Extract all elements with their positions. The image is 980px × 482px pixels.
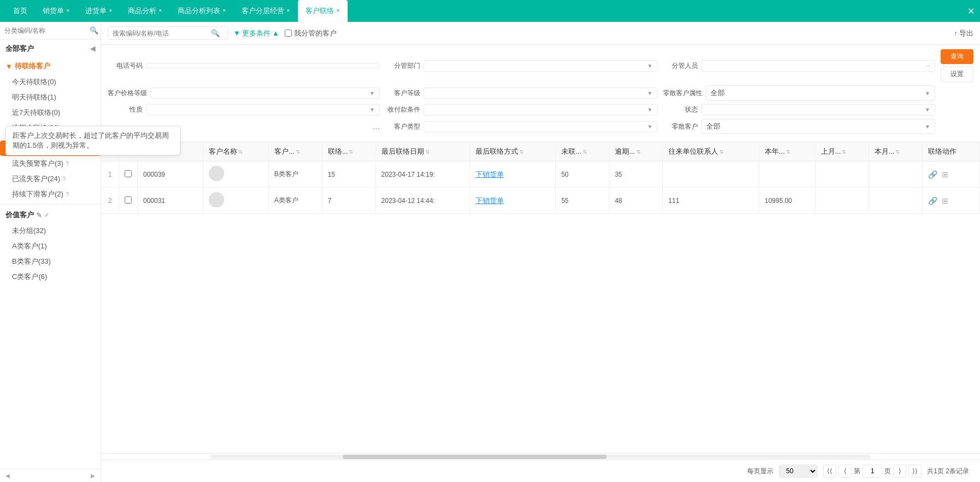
- td-lmonth-1: [815, 161, 868, 188]
- action-link-icon-1[interactable]: 🔗: [928, 170, 937, 179]
- th-last-month: 上月... ⇅: [815, 142, 868, 161]
- sidebar-bottom-left-arrow[interactable]: ◀: [5, 473, 10, 479]
- sort-icon-unit[interactable]: ⇅: [719, 149, 724, 155]
- sidebar-7day-pending[interactable]: 近7天待联络(0): [0, 105, 101, 120]
- nav-purchase[interactable]: 进货单 ✕: [78, 0, 120, 22]
- th-last-contact-method: 最后联络方式 ⇅: [470, 142, 555, 161]
- filter-customer-level-select[interactable]: ▼: [424, 88, 658, 99]
- page-input[interactable]: [862, 464, 882, 478]
- scrollbar-thumb[interactable]: [343, 455, 607, 459]
- nav-analysis-close[interactable]: ✕: [159, 0, 162, 22]
- sort-icon-lmonth[interactable]: ⇅: [842, 149, 846, 155]
- sidebar-bottom-right-arrow[interactable]: ▶: [91, 473, 95, 479]
- td-method-2[interactable]: 下销货单: [470, 188, 555, 214]
- sort-icon-year[interactable]: ⇅: [786, 149, 790, 155]
- sidebar: 🔍 全部客户 ◀ ▼ 待联络客户 今天待联络(0) 明天待联络(1) 近7天待联…: [0, 22, 101, 482]
- nav-customer-tier-close[interactable]: ✕: [286, 0, 290, 22]
- close-all-button[interactable]: ✕: [967, 6, 975, 16]
- sidebar-today-pending[interactable]: 今天待联络(0): [0, 74, 101, 90]
- lost-icon[interactable]: ?: [62, 176, 66, 182]
- nav-home[interactable]: 首页: [5, 0, 35, 22]
- sidebar-search-area: 🔍: [0, 22, 101, 39]
- td-method-1[interactable]: 下销货单: [470, 161, 555, 188]
- main-search-icon[interactable]: 🔍: [211, 29, 220, 37]
- sidebar-lost-customers[interactable]: 已流失客户(24) ?: [0, 171, 101, 187]
- sidebar-pending-contact-header[interactable]: ▼ 待联络客户: [0, 58, 101, 74]
- filter-retail-customer-label: 零散客户: [663, 122, 701, 131]
- action-icons-1: 🔗 ⊞: [928, 170, 975, 179]
- sidebar-class-a[interactable]: A类客户(1): [0, 239, 101, 254]
- sidebar-search-icon[interactable]: 🔍: [90, 26, 98, 34]
- filter-phone-input[interactable]: [146, 63, 380, 68]
- query-button[interactable]: 查询: [941, 49, 973, 64]
- first-page-button[interactable]: ⟨⟨: [823, 464, 836, 478]
- per-page-select[interactable]: 50 100: [779, 464, 818, 478]
- chevron-down-icon-3: ▼: [369, 90, 375, 96]
- filter-status-select[interactable]: ▼: [701, 104, 935, 115]
- horizontal-scrollbar[interactable]: [101, 453, 980, 460]
- main-search-input[interactable]: [113, 30, 211, 37]
- export-icon: ↑: [954, 29, 958, 37]
- sort-icon-name[interactable]: ⇅: [238, 149, 243, 155]
- sidebar-lost-potential[interactable]: 流失预警客户(3) ?: [0, 156, 101, 171]
- row-1-checkbox[interactable]: [125, 170, 132, 177]
- action-link-icon-2[interactable]: 🔗: [928, 196, 937, 205]
- nav-analysis-list-close[interactable]: ✕: [222, 0, 226, 22]
- sort-icon-method[interactable]: ⇅: [519, 149, 524, 155]
- nav-sales-close[interactable]: ✕: [66, 0, 70, 22]
- action-grid-icon-2[interactable]: ⊞: [942, 196, 948, 205]
- next-page-button[interactable]: ⟩: [893, 464, 906, 478]
- sidebar-search-input[interactable]: [4, 27, 86, 34]
- more-filter-button[interactable]: ▼ 更多条件 ▲: [233, 28, 279, 38]
- sidebar-continuous-decline[interactable]: 持续下滑客户(2) ?: [0, 187, 101, 202]
- sidebar-all-customers[interactable]: 全部客户 ◀: [0, 39, 101, 58]
- nav-customer-contact-close[interactable]: ✕: [336, 0, 340, 22]
- td-check-2: [119, 188, 138, 214]
- collapse-icon[interactable]: ◀: [90, 45, 95, 53]
- my-customer-checkbox[interactable]: 我分管的客户: [285, 28, 337, 38]
- td-unit-2: 111: [662, 188, 759, 214]
- prev-page-button[interactable]: ⟨: [838, 464, 852, 478]
- filter-price-level-select[interactable]: ▼: [150, 88, 380, 99]
- sort-icon-date[interactable]: ⇅: [425, 149, 430, 155]
- filter-payment-select[interactable]: ▼: [424, 104, 658, 115]
- sidebar-value-edit-icon[interactable]: ✎: [36, 211, 42, 219]
- th-uncontacted: 未联... ⇅: [555, 142, 609, 161]
- filter-nature-select[interactable]: ▼: [146, 104, 380, 115]
- sort-icon-type[interactable]: ⇅: [296, 149, 300, 155]
- sort-icon-month[interactable]: ⇅: [895, 149, 900, 155]
- settings-button[interactable]: 设置: [941, 66, 973, 82]
- filter-price-level: 客户价格等级 ▼: [108, 88, 380, 99]
- filter-customer-type-select[interactable]: ▼: [424, 121, 658, 132]
- sidebar-tomorrow-pending[interactable]: 明天待联络(1): [0, 90, 101, 105]
- lost-potential-icon[interactable]: ?: [66, 160, 69, 167]
- decline-icon[interactable]: ?: [66, 191, 69, 198]
- sidebar-class-b[interactable]: B类客户(33): [0, 254, 101, 269]
- sort-icon-uncontact[interactable]: ⇅: [583, 149, 587, 155]
- nav-purchase-close[interactable]: ✕: [109, 0, 113, 22]
- filter-dots[interactable]: ...: [373, 121, 380, 131]
- td-check-1: [119, 161, 138, 188]
- sidebar-ungraded[interactable]: 未分组(32): [0, 223, 101, 239]
- row-2-checkbox[interactable]: [125, 196, 132, 204]
- last-page-button[interactable]: ⟩⟩: [908, 464, 922, 478]
- nav-sales[interactable]: 销货单 ✕: [35, 0, 78, 22]
- filter-retail-customer-select[interactable]: 全部 ▼: [701, 119, 935, 134]
- td-year-1: [759, 161, 815, 188]
- chevron-up-icon: ▲: [272, 29, 279, 37]
- action-grid-icon-1[interactable]: ⊞: [942, 170, 948, 179]
- filter-phone: 电话号码: [108, 61, 380, 71]
- filter-retail-attr-select[interactable]: 全部 ▼: [706, 85, 935, 101]
- export-button[interactable]: ↑ 导出: [954, 28, 974, 38]
- nav-analysis-list[interactable]: 商品分析列表 ✕: [170, 0, 234, 22]
- my-customer-check-input[interactable]: [285, 30, 292, 37]
- sidebar-value-check-icon[interactable]: ✓: [44, 212, 49, 219]
- sort-icon-overdue[interactable]: ⇅: [636, 149, 641, 155]
- nav-customer-tier[interactable]: 客户分层经营 ✕: [234, 0, 298, 22]
- nav-customer-contact[interactable]: 客户联络 ✕: [298, 0, 348, 22]
- filter-dept-select[interactable]: ▼: [424, 60, 658, 72]
- filter-manager-select[interactable]: ···: [701, 60, 935, 72]
- nav-analysis[interactable]: 商品分析 ✕: [120, 0, 170, 22]
- sidebar-class-c[interactable]: C类客户(6): [0, 269, 101, 284]
- sort-icon-contact[interactable]: ⇅: [349, 149, 353, 155]
